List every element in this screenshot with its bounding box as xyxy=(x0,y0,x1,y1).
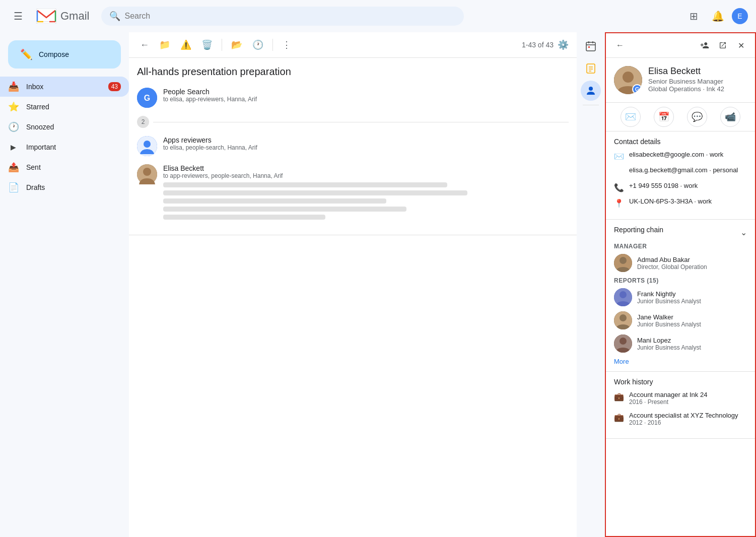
report-2-info: Jane Walker Junior Business Analyst xyxy=(637,313,701,328)
reporting-chain-collapse-button[interactable]: ⌄ xyxy=(740,228,747,237)
email-sender: Apps reviewers xyxy=(163,136,569,144)
sidebar-item-inbox[interactable]: 📥 Inbox 43 xyxy=(0,77,129,97)
location-icon: 📍 xyxy=(614,198,624,208)
reporting-chain-header: Reporting chain ⌄ xyxy=(614,226,747,239)
thread-subject: All-hands presentation preparation xyxy=(137,66,569,78)
calendar-action-button[interactable]: 📅 xyxy=(654,107,674,127)
move-button[interactable]: 📂 xyxy=(228,36,245,53)
drafts-label: Drafts xyxy=(26,183,121,191)
sidebar-item-drafts[interactable]: 📄 Drafts xyxy=(0,177,129,197)
compose-label: Compose xyxy=(39,50,69,58)
more-reports-link[interactable]: More xyxy=(614,358,747,365)
panel-back-button[interactable]: ← xyxy=(612,37,628,53)
inbox-icon: 📥 xyxy=(8,81,18,92)
calendar-side-icon[interactable] xyxy=(581,36,601,56)
snooze-button[interactable]: 🕐 xyxy=(249,36,266,53)
email-to: to elisa, app-reviewers, Hanna, Arif xyxy=(163,96,569,103)
notifications-button[interactable]: 🔔 xyxy=(708,6,728,26)
contact-title: Senior Business Manager xyxy=(648,78,724,85)
manager-info: Admad Abu Bakar Director, Global Operati… xyxy=(637,256,707,271)
search-bar: 🔍 xyxy=(101,7,464,26)
back-button[interactable]: ← xyxy=(137,37,152,53)
compose-button[interactable]: ✏️ Compose xyxy=(8,40,121,69)
delete-button[interactable]: 🗑️ xyxy=(198,36,216,53)
contact-details-section: Contact details ✉️ elisabeckett@google.c… xyxy=(606,131,755,220)
email-icon: ✉️ xyxy=(614,152,624,161)
report-spam-button[interactable]: ⚠️ xyxy=(177,36,194,53)
avatar: G xyxy=(137,88,157,108)
email-work-address: elisabeckett@google.com · work xyxy=(629,151,723,158)
list-item[interactable]: Admad Abu Bakar Director, Global Operati… xyxy=(614,254,747,272)
list-item[interactable]: Jane Walker Junior Business Analyst xyxy=(614,311,747,329)
panel-header-icons: ✕ xyxy=(697,37,749,53)
gmail-side-icons xyxy=(577,32,605,537)
svg-point-28 xyxy=(620,314,627,321)
open-external-button[interactable] xyxy=(715,37,731,53)
location-item: 📍 UK-LON-6PS-3-3H3A · work xyxy=(614,197,747,208)
contact-name: Elisa Beckett xyxy=(648,66,724,77)
sent-icon: 📤 xyxy=(8,162,18,173)
phone-content: +1 949 555 0198 · work xyxy=(629,182,698,189)
svg-rect-11 xyxy=(586,42,595,51)
work-title-2: Account specialist at XYZ Technology xyxy=(629,412,738,419)
email-sender: People Search xyxy=(163,88,569,96)
expander-count: 2 xyxy=(137,116,149,128)
report-3-name: Mani Lopez xyxy=(637,337,701,344)
contact-actions: ✉️ 📅 💬 📹 xyxy=(606,103,755,131)
table-row[interactable]: Apps reviewers to elisa, people-search, … xyxy=(137,132,569,160)
email-thread: All-hands presentation preparation G Peo… xyxy=(129,58,577,235)
add-person-button[interactable] xyxy=(697,37,713,53)
inbox-label: Inbox xyxy=(26,83,100,91)
email-personal-content: elisa.g.beckett@gmail.com · personal xyxy=(629,166,738,174)
email-personal-item: ✉️ elisa.g.beckett@gmail.com · personal xyxy=(614,166,747,177)
table-row[interactable]: Elisa Beckett to app-reviewers, people-s… xyxy=(137,160,569,227)
sidebar-item-sent[interactable]: 📤 Sent xyxy=(0,157,129,177)
email-meta: People Search to elisa, app-reviewers, H… xyxy=(163,88,569,108)
tasks-side-icon[interactable] xyxy=(581,58,601,79)
svg-point-24 xyxy=(620,257,627,264)
sent-label: Sent xyxy=(26,163,121,171)
apps-button[interactable]: ⊞ xyxy=(683,6,704,26)
video-action-button[interactable]: 📹 xyxy=(720,107,740,127)
archive-button[interactable]: 📁 xyxy=(156,36,173,53)
email-meta: Elisa Beckett to app-reviewers, people-s… xyxy=(163,164,569,223)
work-item-2: Account specialist at XYZ Technology 201… xyxy=(629,412,738,426)
work-item-1: Account manager at Ink 24 2016 · Present xyxy=(629,391,707,406)
contacts-side-icon[interactable] xyxy=(581,81,601,101)
important-label: Important xyxy=(26,143,121,151)
email-sender: Elisa Beckett xyxy=(163,164,569,172)
close-panel-button[interactable]: ✕ xyxy=(733,37,749,53)
chat-action-button[interactable]: 💬 xyxy=(687,107,707,127)
contact-info: Elisa Beckett Senior Business Manager Gl… xyxy=(648,66,724,93)
email-action-button[interactable]: ✉️ xyxy=(621,107,641,127)
search-icon: 🔍 xyxy=(109,11,120,22)
toolbar-divider-1 xyxy=(222,39,222,51)
report-3-avatar xyxy=(614,334,632,353)
hamburger-menu-button[interactable]: ☰ xyxy=(8,6,28,26)
settings-button[interactable]: ⚙️ xyxy=(558,39,569,50)
inbox-badge: 43 xyxy=(108,82,121,91)
table-row[interactable]: G People Search to elisa, app-reviewers,… xyxy=(137,84,569,112)
contact-avatar: G xyxy=(614,66,642,94)
email-to: to elisa, people-search, Hanna, Arif xyxy=(163,144,569,151)
avatar[interactable]: E xyxy=(732,8,748,24)
sidebar-item-snoozed[interactable]: 🕐 Snoozed xyxy=(0,117,129,137)
report-2-avatar xyxy=(614,311,632,329)
search-input[interactable] xyxy=(124,12,456,21)
list-item[interactable]: Mani Lopez Junior Business Analyst xyxy=(614,334,747,353)
report-3-title: Junior Business Analyst xyxy=(637,344,701,351)
list-item[interactable]: Frank Nightly Junior Business Analyst xyxy=(614,288,747,306)
toolbar-divider-2 xyxy=(272,39,273,51)
sidebar-item-important[interactable]: ▶ Important xyxy=(0,137,129,157)
location-content: UK-LON-6PS-3-3H3A · work xyxy=(629,197,712,205)
more-toolbar-button[interactable]: ⋮ xyxy=(279,36,294,53)
thread-expander[interactable]: 2 xyxy=(137,112,569,132)
side-divider xyxy=(583,105,599,105)
snoozed-label: Snoozed xyxy=(26,123,121,131)
reporting-chain-title: Reporting chain xyxy=(614,226,663,234)
sidebar-item-starred[interactable]: ⭐ Starred xyxy=(0,97,129,117)
report-3-info: Mani Lopez Junior Business Analyst xyxy=(637,337,701,351)
work-dates-1: 2016 · Present xyxy=(629,398,707,406)
contact-details-title: Contact details xyxy=(614,138,747,146)
important-icon: ▶ xyxy=(8,143,18,151)
